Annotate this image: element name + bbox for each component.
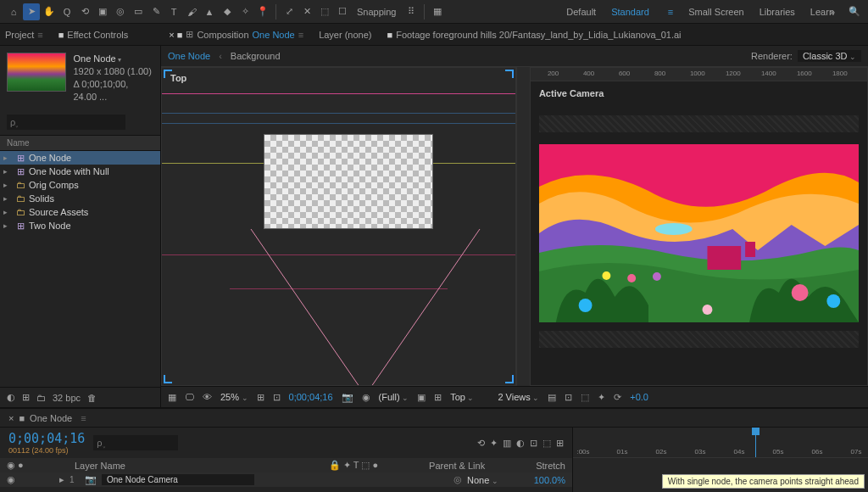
- timeline-menu-icon[interactable]: ≡: [81, 413, 86, 423]
- hamburger-icon[interactable]: ≡: [668, 7, 673, 17]
- interpret-icon[interactable]: ◐: [7, 392, 15, 403]
- vf-icon[interactable]: 👁: [203, 392, 212, 402]
- playhead[interactable]: [755, 428, 756, 457]
- vf-icon[interactable]: ⊡: [565, 392, 572, 403]
- active-camera-view[interactable]: 20040060080010001200140016001800 Active …: [530, 67, 868, 387]
- renderer-dropdown[interactable]: Classic 3D: [798, 50, 861, 62]
- effect-controls-tab[interactable]: ■ Effect Controls: [58, 30, 129, 40]
- eraser-tool-icon[interactable]: ◆: [219, 3, 236, 20]
- new-comp-icon[interactable]: ⊞: [22, 392, 30, 403]
- search-icon[interactable]: 🔍: [846, 3, 863, 20]
- vf-icon[interactable]: ▣: [417, 392, 426, 403]
- composition-tab[interactable]: × ■ ⊞ Composition One Node ≡: [169, 29, 303, 40]
- timecode-display[interactable]: 0;00;04;16: [289, 392, 333, 402]
- selection-tool-icon[interactable]: ➤: [23, 3, 40, 20]
- fill-icon[interactable]: ▦: [429, 3, 446, 20]
- bpc-label[interactable]: 32 bpc: [53, 393, 81, 403]
- type-tool-icon[interactable]: T: [165, 3, 182, 20]
- vf-icon[interactable]: ▤: [548, 392, 556, 403]
- layer-name-field[interactable]: One Node Camera: [102, 474, 254, 485]
- top-view[interactable]: Top: [161, 67, 516, 387]
- brush-tool-icon[interactable]: 🖌: [183, 3, 200, 20]
- current-timecode[interactable]: 0;00;04;16: [8, 431, 85, 446]
- tl-icon[interactable]: ▥: [503, 438, 511, 449]
- workspace-standard[interactable]: Standard: [611, 7, 649, 17]
- vf-icon[interactable]: ⊡: [273, 392, 281, 403]
- view-dropdown[interactable]: Top: [450, 392, 474, 402]
- rect-tool-icon[interactable]: ▭: [130, 3, 147, 20]
- visibility-icon[interactable]: ◉: [7, 474, 15, 485]
- hand-tool-icon[interactable]: ✋: [41, 3, 58, 20]
- tl-icon[interactable]: ⟲: [477, 438, 485, 449]
- tree-item[interactable]: ▸🗀Orig Comps: [0, 178, 160, 192]
- channels-icon[interactable]: ◉: [362, 392, 370, 403]
- workspace-small[interactable]: Small Screen: [688, 7, 743, 17]
- timeline-ruler[interactable]: :00s01s02s03s04s05s06s07s: [573, 428, 868, 458]
- puppet-tool-icon[interactable]: 📍: [254, 3, 271, 20]
- new-folder-icon[interactable]: 🗀: [36, 393, 46, 403]
- project-search-input[interactable]: [7, 115, 125, 130]
- vf-icon[interactable]: ⊞: [257, 392, 264, 403]
- tl-icon[interactable]: ◐: [516, 438, 525, 449]
- camera-tool-icon[interactable]: ▣: [94, 3, 111, 20]
- vf-icon[interactable]: ⟳: [614, 392, 621, 403]
- pan-behind-icon[interactable]: ◎: [112, 3, 129, 20]
- renderer-label: Renderer:: [751, 51, 793, 61]
- workspace-libraries[interactable]: Libraries: [760, 7, 795, 17]
- clone-tool-icon[interactable]: ▲: [201, 3, 218, 20]
- project-panel-tab[interactable]: Project ≡: [5, 30, 43, 40]
- timeline-tab-label[interactable]: One Node: [30, 413, 72, 423]
- axis-local-icon[interactable]: ⤢: [281, 3, 298, 20]
- tl-icon[interactable]: ⊡: [530, 438, 537, 449]
- pen-tool-icon[interactable]: ✎: [147, 3, 164, 20]
- snapping-checkbox[interactable]: ☐: [334, 3, 351, 20]
- tree-item[interactable]: ▸⊞One Node with Null: [0, 165, 160, 178]
- expand-icon[interactable]: ▸: [59, 474, 64, 485]
- tree-item[interactable]: ▸⊞One Node: [0, 151, 160, 165]
- tree-item[interactable]: ▸⊞Two Node: [0, 219, 160, 232]
- crumb-current[interactable]: One Node: [168, 51, 210, 61]
- layer-tab[interactable]: Layer (none): [319, 30, 371, 40]
- zoom-dropdown[interactable]: 25%: [220, 392, 248, 402]
- roto-tool-icon[interactable]: ✧: [236, 3, 253, 20]
- timeline-tab-close[interactable]: ×: [8, 413, 14, 423]
- vf-icon[interactable]: ▦: [168, 392, 176, 403]
- comp-title[interactable]: One Node: [73, 53, 153, 65]
- tl-icon[interactable]: ⬚: [542, 438, 551, 449]
- vf-icon[interactable]: ✦: [598, 392, 605, 403]
- home-icon[interactable]: ⌂: [5, 3, 22, 20]
- footage-tab[interactable]: ■ Footage foreground hills 20/Fantasy_la…: [387, 30, 682, 40]
- layer-row[interactable]: ◉ ▸ 1 📷 One Node Camera ◎ None 100.0%: [0, 472, 572, 487]
- orbit-tool-icon[interactable]: ⟲: [76, 3, 93, 20]
- exposure-value[interactable]: +0.0: [630, 392, 648, 402]
- overflow-icon[interactable]: »: [824, 3, 841, 20]
- trash-icon[interactable]: 🗑: [87, 393, 97, 403]
- axis-view-icon[interactable]: ⬚: [316, 3, 333, 20]
- viewer-breadcrumb: One Node ‹ Background Renderer: Classic …: [161, 46, 868, 67]
- workspace-default[interactable]: Default: [566, 7, 596, 17]
- stretch-value[interactable]: 100.0%: [523, 475, 565, 485]
- vf-icon[interactable]: ⬚: [581, 392, 589, 403]
- zoom-tool-icon[interactable]: Q: [58, 3, 75, 20]
- tl-icon[interactable]: ⊞: [556, 438, 564, 449]
- timeline-track-area[interactable]: :00s01s02s03s04s05s06s07s With single no…: [572, 428, 868, 492]
- col-layer-name[interactable]: Layer Name: [75, 461, 125, 471]
- axis-world-icon[interactable]: ✕: [298, 3, 315, 20]
- tl-icon[interactable]: ✦: [490, 438, 498, 449]
- views-count-dropdown[interactable]: 2 Views: [498, 392, 539, 402]
- snap-options-icon[interactable]: ⠿: [403, 3, 420, 20]
- tree-header-name[interactable]: Name: [0, 135, 160, 151]
- vf-icon[interactable]: ⊞: [434, 392, 442, 403]
- tree-item[interactable]: ▸🗀Source Assets: [0, 205, 160, 219]
- timeline-search[interactable]: [93, 435, 178, 450]
- vf-icon[interactable]: 🖵: [185, 392, 194, 402]
- col-stretch[interactable]: Stretch: [536, 461, 565, 471]
- snapshot-icon[interactable]: 📷: [342, 392, 353, 403]
- tree-item[interactable]: ▸🗀Solids: [0, 192, 160, 205]
- top-view-canvas[interactable]: [162, 68, 515, 386]
- parent-dropdown[interactable]: None: [467, 475, 518, 485]
- comp-thumbnail[interactable]: [7, 53, 66, 92]
- col-parent[interactable]: Parent & Link: [429, 461, 485, 471]
- crumb-parent[interactable]: Background: [231, 51, 281, 61]
- resolution-dropdown[interactable]: (Full): [379, 392, 409, 402]
